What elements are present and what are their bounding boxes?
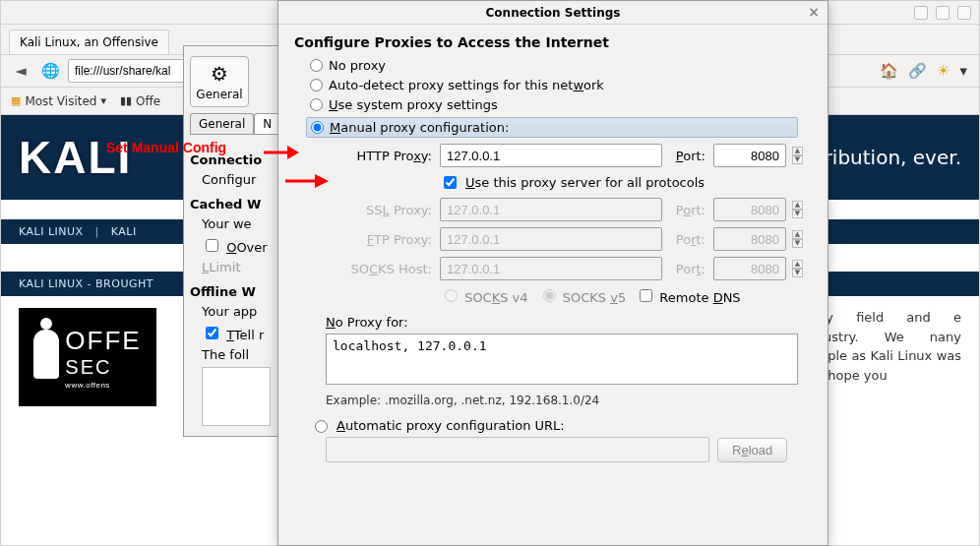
- socks-v5-input: [543, 289, 556, 302]
- reload-button: Reload: [717, 438, 787, 462]
- socks-v4-input: [445, 289, 458, 302]
- dialog-titlebar: Connection Settings ×: [278, 1, 827, 25]
- socks-port-input: [713, 257, 786, 280]
- radio-auto-detect-label: Auto-detect proxy settings for this netw…: [329, 78, 604, 92]
- section-offline-line: Your app: [202, 304, 285, 319]
- bookmark-label: Most Visited: [25, 94, 96, 108]
- dialog-title: Connection Settings: [486, 6, 621, 20]
- section-cached-line: Your we: [202, 216, 285, 231]
- use-all-checkbox[interactable]: [444, 176, 457, 189]
- options-body: Connectio Configur Cached W Your we OOve…: [190, 134, 285, 426]
- radio-auto-detect[interactable]: Auto-detect proxy settings for this netw…: [310, 78, 812, 92]
- radio-system-proxy-label: Use system proxy settings: [329, 97, 498, 112]
- radio-no-proxy-input[interactable]: [310, 59, 323, 72]
- plugin-icon[interactable]: 🔗: [908, 62, 927, 80]
- http-port-label: Port:: [668, 149, 707, 163]
- close-icon[interactable]: ×: [806, 5, 822, 21]
- bookmark-most-visited[interactable]: ▦ Most Visited ▾: [11, 94, 106, 108]
- no-proxy-label: No Proxy for:: [326, 315, 812, 330]
- dialog-body: Configure Proxies to Access the Internet…: [278, 25, 827, 470]
- use-all-label: Use this proxy server for all protocols: [465, 175, 704, 190]
- radio-manual-proxy[interactable]: Manual proxy configuration:: [306, 117, 798, 138]
- back-icon[interactable]: ◄: [9, 59, 32, 83]
- proxy-grid: HTTP Proxy: Port: ▲▼ Use this proxy serv…: [339, 144, 812, 305]
- http-port-input[interactable]: [713, 144, 786, 167]
- socks-port-label: Port:: [668, 262, 707, 276]
- globe-icon: 🌐: [38, 59, 62, 83]
- nav-bar-item[interactable]: KALI: [111, 225, 137, 238]
- socks-v4-radio: SOCKS v4: [440, 286, 528, 305]
- window-maximize-button[interactable]: [936, 6, 949, 20]
- ftp-proxy-label: FTP Proxy:: [339, 232, 434, 247]
- offsec-row2: SEC: [65, 356, 141, 379]
- socks-host-label: SOCKS Host:: [339, 262, 434, 276]
- dialog-heading: Configure Proxies to Access the Internet: [294, 34, 812, 50]
- radio-no-proxy[interactable]: No proxy: [310, 58, 812, 73]
- options-tabs: General N: [190, 113, 285, 134]
- bookmark-icon: ▮▮: [120, 94, 132, 107]
- tell-checkbox[interactable]: [206, 327, 218, 339]
- dropdown-icon[interactable]: ▾: [959, 62, 967, 80]
- radio-system-proxy[interactable]: Use system proxy settings: [310, 97, 812, 112]
- pac-url-input: [326, 437, 709, 462]
- home-icon[interactable]: 🏠: [880, 62, 898, 80]
- socks-v5-radio: SOCKS v5: [538, 286, 627, 305]
- offsec-row1: OFFE: [65, 326, 141, 356]
- sites-listbox[interactable]: [202, 367, 271, 426]
- toolbar-right: 🏠 🔗 ☀ ▾: [880, 62, 971, 80]
- nav-bar-item[interactable]: KALI LINUX: [19, 225, 84, 238]
- ssl-proxy-input: [440, 198, 662, 221]
- no-proxy-textarea[interactable]: [326, 334, 798, 385]
- tell-checkbox-row[interactable]: TTell r: [202, 324, 285, 342]
- radio-manual-proxy-input[interactable]: [311, 121, 324, 134]
- section-connection-line: Configur: [202, 172, 285, 187]
- ftp-proxy-input: [440, 227, 662, 251]
- radio-manual-proxy-label: Manual proxy configuration:: [330, 120, 509, 135]
- sliders-icon: ⚙: [211, 62, 228, 86]
- separator: |: [95, 225, 99, 238]
- ssl-port-input: [713, 198, 786, 221]
- socks-host-input: [440, 257, 662, 280]
- bookmark-offensive[interactable]: ▮▮ Offe: [120, 94, 160, 108]
- remote-dns-check[interactable]: Remote DNS: [636, 286, 740, 305]
- bookmark-label: Offe: [136, 94, 160, 108]
- bookmark-icon: ▦: [11, 94, 21, 107]
- section-offline-heading: Offline W: [190, 284, 285, 299]
- tab-general[interactable]: General: [190, 113, 254, 134]
- radio-pac-input[interactable]: [315, 420, 328, 433]
- radio-system-proxy-input[interactable]: [310, 98, 323, 111]
- radio-no-proxy-label: No proxy: [329, 58, 386, 73]
- options-window: ⚙ General General N Connectio Configur C…: [183, 45, 291, 437]
- no-proxy-example: Example: .mozilla.org, .net.nz, 192.168.…: [326, 394, 812, 407]
- offsec-url: www.offens: [65, 381, 110, 390]
- annotation-text: Set Manual Config: [106, 140, 226, 155]
- ftp-port-spinner: ▲▼: [792, 230, 804, 248]
- section-cached-heading: Cached W: [190, 197, 285, 212]
- http-port-spinner[interactable]: ▲▼: [792, 147, 804, 164]
- http-proxy-label: HTTP Proxy:: [339, 149, 434, 163]
- use-all-row[interactable]: Use this proxy server for all protocols: [440, 173, 804, 192]
- following-line: The foll: [202, 347, 285, 362]
- limit-label-text: Limit: [209, 260, 240, 274]
- category-general-button[interactable]: ⚙ General: [190, 56, 249, 107]
- connection-settings-dialog: Connection Settings × Configure Proxies …: [277, 0, 828, 546]
- radio-pac[interactable]: Automatic proxy configuration URL:: [310, 417, 812, 433]
- browser-tab[interactable]: Kali Linux, an Offensive: [9, 30, 169, 54]
- window-close-button[interactable]: [957, 6, 971, 20]
- override-checkbox[interactable]: [206, 239, 218, 252]
- window-minimize-button[interactable]: [914, 6, 928, 20]
- radio-pac-label: Automatic proxy configuration URL:: [337, 418, 565, 433]
- tell-label: TTell r: [226, 328, 264, 342]
- ssl-proxy-label: SSL Proxy:: [339, 203, 434, 217]
- socks-version-row: SOCKS v4 SOCKS v5 Remote DNS: [440, 286, 804, 305]
- remote-dns-input[interactable]: [640, 289, 652, 302]
- chevron-down-icon: ▾: [100, 94, 106, 107]
- http-proxy-input[interactable]: [440, 144, 662, 167]
- sun-icon[interactable]: ☀: [937, 62, 949, 80]
- radio-auto-detect-input[interactable]: [310, 79, 323, 91]
- ssl-port-label: Port:: [668, 203, 707, 217]
- socks-port-spinner: ▲▼: [792, 260, 804, 277]
- override-checkbox-row[interactable]: OOver: [202, 236, 285, 255]
- ftp-port-label: Port:: [668, 232, 707, 247]
- override-label-text: Over: [236, 240, 267, 255]
